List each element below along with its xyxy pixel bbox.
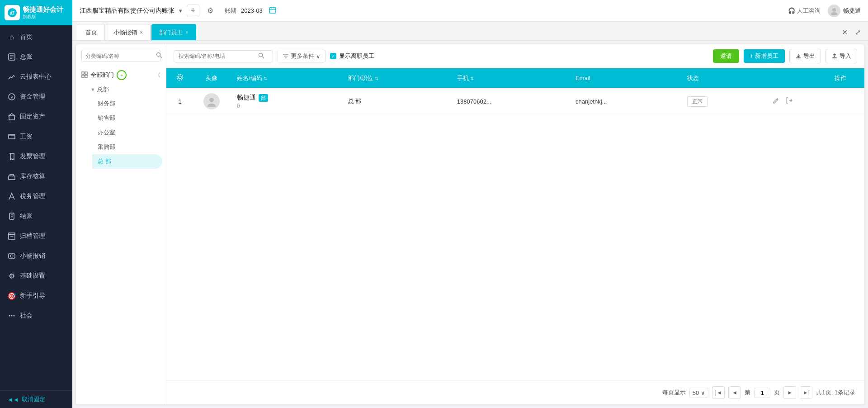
sort-icon-name: ⇅ <box>264 76 267 81</box>
col-name-code[interactable]: 姓名/编码 ⇅ <box>230 68 341 88</box>
filter-btn[interactable]: 更多条件 ∨ <box>278 50 326 62</box>
sidebar-item-guide[interactable]: 🎯 新手引导 <box>0 286 72 306</box>
export-label: 导出 <box>803 52 815 60</box>
dept-search-input[interactable] <box>85 53 153 59</box>
sidebar-item-more[interactable]: 社会 <box>0 306 72 326</box>
cancel-pin-btn[interactable]: ◄◄ 取消固定 <box>0 390 72 408</box>
show-resigned-label[interactable]: ✓ 显示离职员工 <box>330 52 374 60</box>
last-page-btn[interactable]: ►| <box>800 386 812 399</box>
row-avatar-cell <box>193 88 230 115</box>
edit-btn[interactable] <box>773 97 780 106</box>
close-tab-btn[interactable]: ✕ <box>840 26 849 38</box>
show-resigned-text: 显示离职员工 <box>339 52 374 60</box>
service-btn[interactable]: 🎧 人工咨询 <box>788 7 821 15</box>
row-name-code: 畅捷通 部 0 <box>230 88 341 115</box>
col-dept-position[interactable]: 部门/职位 ⇅ <box>341 68 450 88</box>
dept-office[interactable]: 办公室 <box>92 125 162 140</box>
dept-finance[interactable]: 财务部 <box>92 96 162 111</box>
add-company-btn[interactable]: + <box>187 5 199 17</box>
dept-purchase-label: 采购部 <box>98 143 115 150</box>
add-employee-btn[interactable]: + 新增员工 <box>744 49 785 63</box>
tab-report[interactable]: 小畅报销 × <box>106 24 151 40</box>
row-status: 正常 <box>680 88 766 115</box>
sidebar-item-closing[interactable]: 结账 <box>0 206 72 226</box>
tab-employee-close[interactable]: × <box>185 29 189 36</box>
sort-icon-dept: ⇅ <box>375 76 378 81</box>
dept-office-label: 办公室 <box>98 129 115 136</box>
svg-rect-9 <box>9 134 15 139</box>
tab-employee-label: 部门员工 <box>159 28 183 37</box>
assets-icon <box>7 112 16 121</box>
svg-text:¥: ¥ <box>10 95 13 100</box>
next-page-btn[interactable]: ► <box>783 386 796 399</box>
nav-label-more: 社会 <box>20 312 33 320</box>
logo-title: 畅捷通好会计 <box>23 5 63 14</box>
export-btn[interactable]: 导出 <box>789 49 821 63</box>
tab-home[interactable]: 首页 <box>78 24 105 40</box>
svg-rect-17 <box>9 233 15 234</box>
inventory-icon <box>7 172 16 181</box>
sidebar-item-settings[interactable]: ⚙ 基础设置 <box>0 266 72 286</box>
service-label: 人工咨询 <box>797 7 821 15</box>
invite-btn[interactable]: 邀请 <box>713 49 739 63</box>
table-row: 1 <box>166 88 864 115</box>
sidebar-item-inventory[interactable]: 库存核算 <box>0 166 72 186</box>
sidebar-item-invoice[interactable]: 发票管理 <box>0 147 72 166</box>
sidebar-item-expense[interactable]: 小畅报销 <box>0 246 72 266</box>
tabs-bar: 首页 小畅报销 × 部门员工 × ✕ ⤢ <box>72 22 868 41</box>
tab-employee[interactable]: 部门员工 × <box>151 24 196 40</box>
sidebar-item-salary[interactable]: 工资 <box>0 127 72 147</box>
dept-tree: ▼ 总部 财务部 销售部 办公室 采购 <box>76 83 166 169</box>
dept-search-btn[interactable] <box>156 52 162 60</box>
user-name: 畅捷通 <box>843 7 861 15</box>
svg-point-23 <box>14 315 15 317</box>
all-dept-header[interactable]: 全部部门 + 《 <box>76 67 166 83</box>
sidebar-item-ledger[interactable]: 总账 <box>0 47 72 67</box>
svg-rect-8 <box>9 116 14 120</box>
dept-hq-header[interactable]: ▼ 总部 <box>85 83 166 96</box>
dept-sales[interactable]: 销售部 <box>92 111 162 125</box>
import-btn[interactable]: 导入 <box>826 49 857 63</box>
page-size-value: 50 <box>693 389 699 396</box>
logout-btn[interactable] <box>785 97 793 106</box>
nav-label-closing: 结账 <box>20 212 33 220</box>
sidebar-item-funds[interactable]: ¥ 资金管理 <box>0 87 72 107</box>
sidebar-item-home[interactable]: ⌂ 首页 <box>0 27 72 47</box>
sidebar-item-archive[interactable]: 归档管理 <box>0 226 72 246</box>
dept-general[interactable]: 总 部 <box>92 154 162 169</box>
page-input[interactable] <box>754 388 770 398</box>
svg-point-22 <box>11 315 13 317</box>
employee-search-input[interactable] <box>179 53 255 59</box>
maximize-tab-btn[interactable]: ⤢ <box>853 26 863 38</box>
status-badge: 正常 <box>687 96 708 107</box>
dept-purchase[interactable]: 采购部 <box>92 140 162 154</box>
right-panel: 更多条件 ∨ ✓ 显示离职员工 邀请 + 新增员工 <box>166 44 864 404</box>
calendar-icon[interactable] <box>269 6 276 15</box>
svg-text:好: 好 <box>9 10 15 15</box>
page-size-select[interactable]: 50 ∨ <box>689 388 708 398</box>
salary-icon <box>7 132 16 141</box>
home-icon: ⌂ <box>7 33 16 42</box>
settings-gear-btn[interactable]: ⚙ <box>204 5 217 17</box>
prev-page-btn[interactable]: ◄ <box>728 386 741 399</box>
company-dropdown-btn[interactable]: ▾ <box>179 7 182 14</box>
tab-report-close[interactable]: × <box>140 29 143 36</box>
collapse-icon[interactable]: 《 <box>155 71 160 79</box>
all-dept-label: 全部部门 <box>90 71 114 79</box>
avatar <box>828 5 840 17</box>
sidebar-item-assets[interactable]: 固定资产 <box>0 107 72 127</box>
show-resigned-checkbox[interactable]: ✓ <box>330 53 336 59</box>
employee-search-btn[interactable] <box>258 52 264 60</box>
sidebar-item-reports[interactable]: 云报表中心 <box>0 67 72 87</box>
row-actions <box>765 88 864 115</box>
expense-icon <box>7 251 16 261</box>
svg-point-21 <box>9 315 10 317</box>
user-info[interactable]: 畅捷通 <box>828 5 861 17</box>
first-page-btn[interactable]: |◄ <box>712 386 725 399</box>
nav-menu: ⌂ 首页 总账 云报表中心 <box>0 25 72 390</box>
sidebar-item-tax[interactable]: 税务管理 <box>0 186 72 206</box>
col-settings[interactable] <box>166 68 193 88</box>
dept-add-badge[interactable]: + <box>117 70 127 80</box>
col-phone[interactable]: 手机 ⇅ <box>450 68 568 88</box>
guide-icon: 🎯 <box>7 291 16 300</box>
